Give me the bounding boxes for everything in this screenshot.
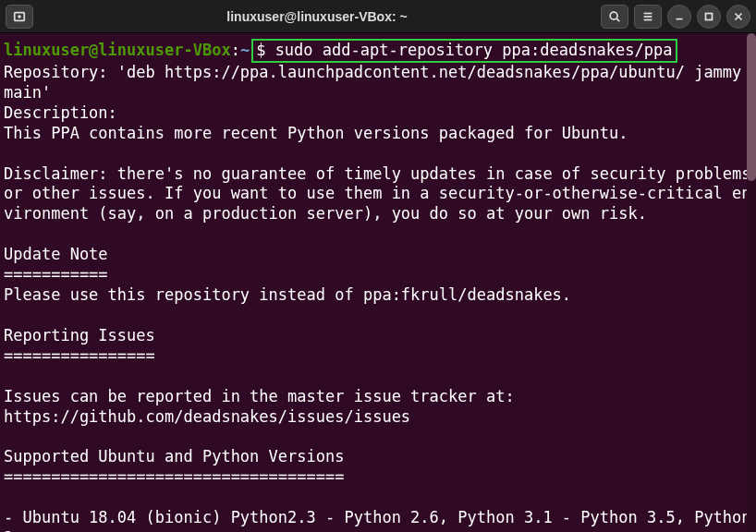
command-prefix: $ [256, 41, 274, 59]
prompt-user-host: linuxuser@linuxuser-VBox [4, 41, 231, 59]
close-button[interactable] [726, 5, 750, 29]
output-line: Issues can be reported in the master iss… [4, 387, 515, 405]
svg-rect-9 [706, 13, 713, 19]
terminal-output[interactable]: linuxuser@linuxuser-VBox:~$ sudo add-apt… [0, 33, 756, 532]
search-icon [608, 10, 621, 23]
new-tab-button[interactable] [6, 5, 33, 29]
close-icon [732, 10, 745, 23]
hamburger-menu-button[interactable] [634, 5, 662, 29]
minimize-icon [673, 10, 686, 23]
output-line: - Ubuntu 18.04 (bionic) Python2.3 - Pyth… [4, 508, 751, 532]
highlighted-command-box: $ sudo add-apt-repository ppa:deadsnakes… [251, 39, 677, 63]
output-line: Please use this repository instead of pp… [4, 285, 571, 304]
output-line: https://github.com/deadsnakes/issues/iss… [4, 407, 410, 426]
output-line: Supported Ubuntu and Python Versions [4, 447, 344, 466]
scrollbar-thumb[interactable] [747, 33, 756, 181]
search-button[interactable] [601, 5, 628, 29]
minimize-button[interactable] [667, 5, 691, 29]
output-line: Disclaimer: there's no guarantee of time… [4, 164, 756, 224]
maximize-button[interactable] [697, 5, 721, 29]
window-title: linuxuser@linuxuser-VBox: ~ [33, 9, 601, 24]
scrollbar-track[interactable] [747, 33, 756, 532]
hamburger-icon [641, 10, 654, 23]
window-titlebar: linuxuser@linuxuser-VBox: ~ [0, 0, 756, 33]
output-line: Description: [4, 103, 117, 122]
output-line: This PPA contains more recent Python ver… [4, 124, 628, 142]
command-text: sudo add-apt-repository ppa:deadsnakes/p… [275, 41, 673, 59]
output-line: ================ [4, 346, 155, 365]
maximize-icon [702, 10, 715, 23]
svg-line-4 [616, 18, 619, 21]
prompt-path: ~ [240, 41, 250, 59]
svg-point-3 [610, 12, 617, 19]
output-line: Reporting Issues [4, 326, 155, 345]
new-tab-icon [13, 10, 26, 23]
output-line: Repository: 'deb https://ppa.launchpadco… [4, 63, 751, 102]
output-line: =========== [4, 265, 108, 284]
prompt-colon: : [231, 41, 240, 59]
output-line: Update Note [4, 245, 108, 263]
output-line: ==================================== [4, 467, 344, 486]
